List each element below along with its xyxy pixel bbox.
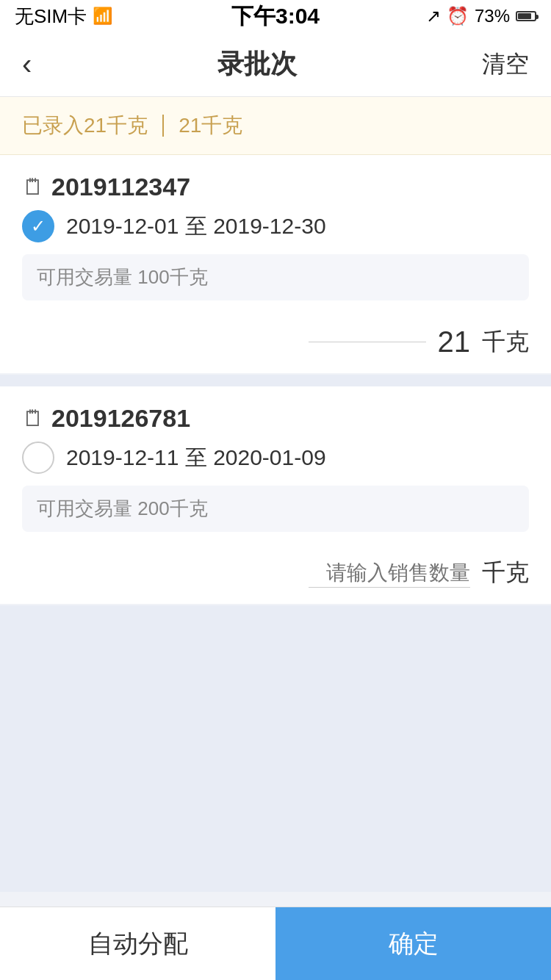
- amount-unit-1: 千克: [482, 326, 529, 359]
- nav-bar: ‹ 录批次 清空: [0, 32, 551, 97]
- radio-2[interactable]: [22, 442, 54, 474]
- status-right: ↗ ⏰ 73%: [426, 6, 536, 26]
- bottom-bar: 自动分配 确定: [0, 907, 551, 980]
- amount-value-1: 21: [438, 325, 471, 359]
- back-button[interactable]: ‹: [22, 48, 32, 81]
- sim-text: 无SIM卡: [15, 4, 87, 29]
- batch-date-row-2: 2019-12-11 至 2020-01-09: [22, 442, 529, 474]
- page-title: 录批次: [217, 46, 297, 82]
- status-bar: 无SIM卡 📶 下午3:04 ↗ ⏰ 73%: [0, 0, 551, 32]
- quantity-input-2[interactable]: [309, 558, 470, 588]
- batch-id-1: 2019112347: [51, 173, 190, 201]
- input-unit-2: 千克: [482, 557, 529, 589]
- batch-doc-icon-1: 🗒: [22, 175, 44, 200]
- clear-button[interactable]: 清空: [482, 48, 529, 81]
- status-time: 下午3:04: [231, 1, 320, 32]
- recorded-value: 21千克: [179, 112, 242, 140]
- gray-area: [0, 605, 551, 892]
- wifi-icon: 📶: [93, 7, 112, 26]
- batch-doc-icon-2: 🗒: [22, 406, 44, 431]
- batch-header-1: 🗒 2019112347: [22, 173, 529, 201]
- batch-available-2: 可用交易量 200千克: [22, 486, 529, 532]
- auto-distribute-button[interactable]: 自动分配: [0, 907, 276, 980]
- batch-item-1: 🗒 2019112347 ✓ 2019-12-01 至 2019-12-30 可…: [0, 155, 551, 373]
- batch-available-1: 可用交易量 100千克: [22, 254, 529, 300]
- batch-id-2: 2019126781: [51, 404, 190, 433]
- batch-item-2: 🗒 2019126781 2019-12-11 至 2020-01-09 可用交…: [0, 386, 551, 604]
- check-icon-1: ✓: [31, 216, 46, 237]
- batch-date-1: 2019-12-01 至 2019-12-30: [66, 212, 326, 242]
- radio-1[interactable]: ✓: [22, 210, 54, 242]
- alarm-icon: ⏰: [447, 6, 469, 26]
- batch-header-2: 🗒 2019126781: [22, 404, 529, 433]
- battery-icon: [516, 11, 536, 21]
- batch-date-row-1: ✓ 2019-12-01 至 2019-12-30: [22, 210, 529, 242]
- info-divider: [162, 115, 164, 137]
- status-left: 无SIM卡 📶: [15, 4, 112, 29]
- section-separator: [0, 375, 551, 386]
- batch-date-2: 2019-12-11 至 2020-01-09: [66, 443, 326, 473]
- info-banner: 已录入21千克 21千克: [0, 97, 551, 155]
- confirm-button[interactable]: 确定: [276, 907, 551, 980]
- location-icon: ↗: [426, 6, 441, 26]
- battery-percent: 73%: [475, 6, 510, 26]
- recorded-label: 已录入21千克: [22, 112, 148, 140]
